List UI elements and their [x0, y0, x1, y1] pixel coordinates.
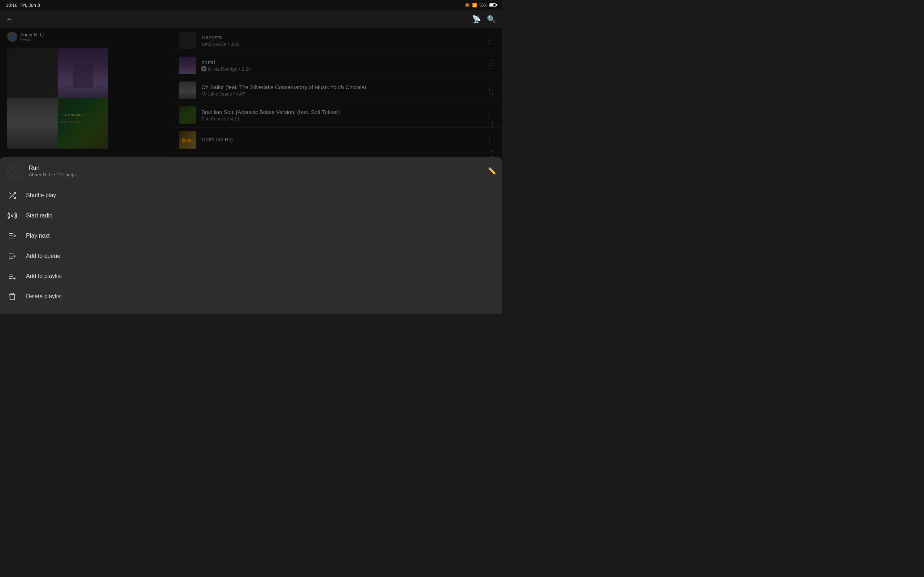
bottom-sheet: Run Abner N. Li • 12 songs ✏️ Shuffle pl… [0, 157, 502, 314]
sheet-header: Run Abner N. Li • 12 songs ✏️ [0, 157, 502, 185]
addqueue-label: Add to queue [26, 253, 60, 259]
menu-item-playnext[interactable]: Play next [0, 226, 502, 246]
radio-icon [7, 211, 17, 221]
shuffle-label: Shuffle play [26, 192, 56, 199]
main-content: 👤 Abner N. Li Private [0, 28, 502, 314]
search-icon[interactable]: 🔍 [487, 15, 496, 23]
menu-item-shuffle[interactable]: Shuffle play [0, 185, 502, 206]
sheet-title-area: Run Abner N. Li • 12 songs [29, 165, 76, 177]
addplaylist-label: Add to playlist [26, 273, 62, 279]
svg-point-3 [11, 215, 13, 216]
status-icons: 🔕 📶 56% [465, 3, 496, 8]
status-date: Fri, Jun 3 [21, 3, 40, 8]
sheet-title: Run [29, 165, 76, 171]
wifi-icon: 📶 [472, 3, 477, 8]
status-time: 10:10 [6, 3, 18, 8]
trash-icon [7, 292, 17, 301]
status-bar: 10:10 Fri, Jun 3 🔕 📶 56% [0, 0, 502, 10]
menu-item-addplaylist[interactable]: Add to playlist [0, 266, 502, 286]
playnext-label: Play next [26, 233, 50, 239]
addplaylist-icon [7, 271, 17, 281]
delete-label: Delete playlist [26, 293, 62, 300]
battery-text: 56% [479, 3, 487, 7]
battery-icon [489, 3, 496, 7]
top-bar: ← 📡 🔍 [0, 10, 502, 28]
addqueue-icon [7, 251, 17, 261]
shuffle-icon [7, 190, 17, 200]
mute-icon: 🔕 [465, 3, 470, 8]
sheet-thumb [6, 162, 24, 180]
top-bar-actions: 📡 🔍 [472, 15, 496, 23]
sheet-subtitle: Abner N. Li • 12 songs [29, 172, 76, 177]
radio-label: Start radio [26, 213, 53, 219]
sheet-edit-button[interactable]: ✏️ [488, 167, 496, 175]
menu-item-radio[interactable]: Start radio [0, 206, 502, 226]
playnext-icon [7, 231, 17, 241]
cast-icon[interactable]: 📡 [472, 15, 481, 23]
back-button[interactable]: ← [6, 15, 14, 24]
svg-line-2 [10, 193, 11, 194]
menu-item-addqueue[interactable]: Add to queue [0, 246, 502, 266]
menu-item-delete[interactable]: Delete playlist [0, 286, 502, 306]
